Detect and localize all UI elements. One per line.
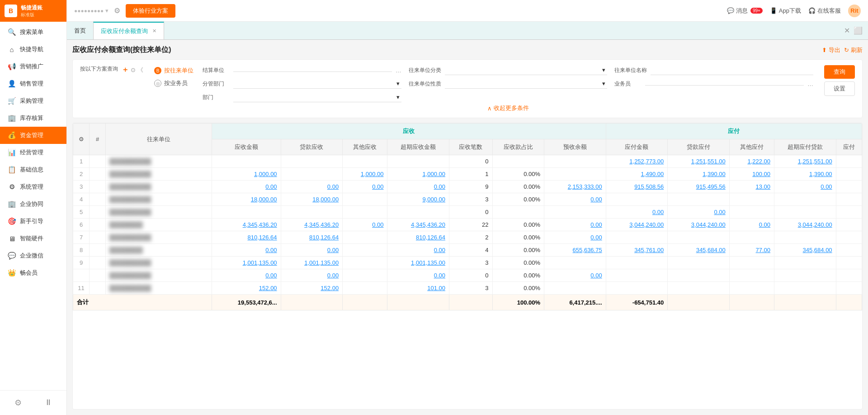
cell-pay_amount[interactable]: 345,761.00 [606, 244, 668, 257]
cell-link-pay_amount[interactable]: 915,508.56 [634, 183, 664, 190]
cell-link-recv_amount[interactable]: 0.00 [265, 272, 277, 279]
cell-pay_amount[interactable]: 0.00 [606, 206, 668, 219]
cell-recv_amount[interactable]: 152.00 [212, 282, 281, 295]
cell-loan_recv[interactable]: 4,345,436.20 [281, 219, 343, 231]
salesman-input[interactable] [645, 82, 804, 86]
sidebar-item-quick[interactable]: ⌂快捷导航 [0, 41, 66, 58]
cell-advance_balance[interactable]: 0.00 [544, 193, 606, 206]
dept-manage-select[interactable]: ▾ [233, 79, 401, 89]
tab-close-window-icon[interactable]: ✕ [844, 26, 850, 35]
cell-link-other_pay[interactable]: 13.00 [756, 183, 771, 190]
cell-recv_amount[interactable]: 4,345,436.20 [212, 219, 281, 231]
cell-link-overdue_recv[interactable]: 4,345,436.20 [411, 221, 445, 228]
cell-link-advance_balance[interactable]: 2,153,333.00 [568, 183, 602, 190]
message-btn[interactable]: 💬 消息 99+ [727, 7, 763, 15]
cell-link-loan_recv[interactable]: 0.00 [327, 272, 339, 279]
gear-icon[interactable]: ⚙ [114, 6, 120, 15]
query-button[interactable]: 查询 [824, 65, 855, 79]
cell-overdue_recv[interactable]: 4,345,436.20 [387, 219, 449, 231]
settings-footer-btn[interactable]: ⚙ [5, 395, 32, 410]
cell-advance_balance[interactable]: 0.00 [544, 219, 606, 231]
cell-link-overdue_recv[interactable]: 1,001,135.00 [411, 259, 445, 266]
cell-other_recv[interactable]: 0.00 [343, 219, 387, 231]
sidebar-item-basic[interactable]: 📋基础信息 [0, 161, 66, 178]
cell-overdue_recv[interactable]: 9,000.00 [387, 193, 449, 206]
cell-link-overdue_recv[interactable]: 0.00 [434, 272, 445, 279]
scheme-bysalesman[interactable]: ◎ 按业务员 [151, 78, 197, 89]
cell-link-loan_recv[interactable]: 810,126.64 [309, 234, 339, 241]
cell-other_pay[interactable]: 77.00 [729, 244, 774, 257]
cell-pay_amount[interactable]: 1,490.00 [606, 168, 668, 181]
unit-nature-select[interactable]: ▾ [445, 79, 608, 89]
cell-link-recv_amount[interactable]: 0.00 [265, 183, 277, 190]
cell-link-overdue_recv[interactable]: 1,000.00 [422, 171, 445, 177]
cell-recv_amount[interactable]: 18,000.00 [212, 193, 281, 206]
cell-link-other_recv[interactable]: 1,000.00 [361, 171, 384, 177]
sidebar-item-coop[interactable]: 🏢企业协同 [0, 196, 66, 213]
cell-overdue_pay[interactable]: 3,044,240.00 [774, 219, 836, 231]
filter-setting-icon[interactable]: ⊙ [131, 67, 136, 73]
cell-advance_balance[interactable]: 655,636.75 [544, 244, 606, 257]
cell-link-overdue_recv[interactable]: 9,000.00 [422, 196, 445, 203]
cell-loan_pay[interactable]: 1,251,551.00 [668, 155, 730, 168]
cell-link-pay_amount[interactable]: 345,761.00 [634, 247, 664, 253]
cell-overdue_recv[interactable]: 0.00 [387, 181, 449, 193]
cell-link-overdue_recv[interactable]: 0.00 [434, 183, 445, 190]
cell-link-advance_balance[interactable]: 655,636.75 [573, 247, 602, 253]
cell-link-loan_pay[interactable]: 0.00 [714, 209, 725, 215]
cell-link-advance_balance[interactable]: 0.00 [590, 221, 602, 228]
cell-advance_balance[interactable]: 0.00 [544, 231, 606, 244]
cell-overdue_recv[interactable]: 0.00 [387, 269, 449, 282]
cell-link-loan_pay[interactable]: 1,251,551.00 [691, 158, 726, 165]
cell-link-overdue_pay[interactable]: 3,044,240.00 [798, 221, 832, 228]
cell-link-pay_amount[interactable]: 3,044,240.00 [629, 221, 664, 228]
cell-link-loan_recv[interactable]: 18,000.00 [312, 196, 339, 203]
tab-balance[interactable]: 应收应付余额查询 ✕ [93, 22, 164, 39]
cell-overdue_recv[interactable]: 1,000.00 [387, 168, 449, 181]
cell-link-overdue_pay[interactable]: 345,684.00 [803, 247, 832, 253]
tab-maximize-icon[interactable]: ⬜ [854, 26, 863, 35]
cell-link-recv_amount[interactable]: 152.00 [259, 285, 277, 291]
cell-advance_balance[interactable]: 0.00 [544, 269, 606, 282]
sidebar-item-sales[interactable]: 👤销售管理 [0, 75, 66, 92]
app-download-btn[interactable]: 📱 App下载 [770, 7, 801, 15]
filter-add-btn[interactable]: ＋ [122, 65, 129, 75]
filter-more-btn[interactable]: ∧ 收起更多条件 [203, 104, 813, 112]
sidebar-item-warehouse[interactable]: 🏢库存核算 [0, 110, 66, 127]
collapse-footer-btn[interactable]: ⏸ [35, 395, 62, 410]
sidebar-item-purchase[interactable]: 🛒采购管理 [0, 92, 66, 110]
cell-link-overdue_recv[interactable]: 810,126.64 [416, 234, 445, 241]
sidebar-item-search[interactable]: 🔍搜索菜单 [0, 24, 66, 41]
cell-link-other_pay[interactable]: 0.00 [759, 221, 770, 228]
unit-name-input[interactable] [651, 66, 813, 75]
cell-other_pay[interactable]: 13.00 [729, 181, 774, 193]
cell-pay_amount[interactable]: 1,252,773.00 [606, 155, 668, 168]
refresh-button[interactable]: ↻ 刷新 [844, 46, 863, 54]
user-avatar-btn[interactable]: Rit [848, 5, 861, 17]
cell-link-overdue_recv[interactable]: 101.00 [427, 285, 445, 291]
cell-loan_recv[interactable]: 810,126.64 [281, 231, 343, 244]
sidebar-item-guide[interactable]: 🎯新手引导 [0, 213, 66, 230]
cell-link-overdue_pay[interactable]: 0.00 [821, 183, 832, 190]
sidebar-item-member[interactable]: 👑畅会员 [0, 264, 66, 281]
cell-link-recv_amount[interactable]: 4,345,436.20 [243, 221, 277, 228]
cell-recv_amount[interactable]: 0.00 [212, 244, 281, 257]
sidebar-item-marketing[interactable]: 📢营销推广 [0, 58, 66, 75]
sidebar-item-hardware[interactable]: 🖥智能硬件 [0, 230, 66, 247]
cell-link-recv_amount[interactable]: 810,126.64 [248, 234, 277, 241]
cell-overdue_recv[interactable]: 810,126.64 [387, 231, 449, 244]
cell-other_recv[interactable]: 0.00 [343, 181, 387, 193]
tab-home[interactable]: 首页 [67, 22, 93, 39]
cell-link-loan_pay[interactable]: 3,044,240.00 [691, 221, 726, 228]
cell-other_pay[interactable]: 100.00 [729, 168, 774, 181]
cell-recv_amount[interactable]: 0.00 [212, 181, 281, 193]
cell-link-advance_balance[interactable]: 0.00 [590, 196, 602, 203]
cell-loan_recv[interactable]: 152.00 [281, 282, 343, 295]
cell-link-loan_recv[interactable]: 0.00 [327, 247, 339, 253]
cell-link-loan_recv[interactable]: 1,001,135.00 [304, 259, 339, 266]
cell-recv_amount[interactable]: 810,126.64 [212, 231, 281, 244]
cell-link-recv_amount[interactable]: 0.00 [265, 247, 277, 253]
cell-other_pay[interactable]: 0.00 [729, 219, 774, 231]
cell-loan_pay[interactable]: 345,684.00 [668, 244, 730, 257]
salesman-dots[interactable]: … [807, 81, 813, 87]
